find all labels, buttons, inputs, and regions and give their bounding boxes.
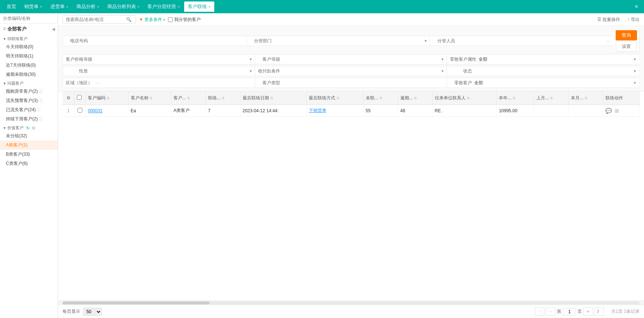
my-customers-checkbox[interactable] [168, 17, 173, 22]
sort-code-icon[interactable]: ⇅ [107, 96, 110, 100]
settings-icon[interactable]: ⚙ [32, 126, 36, 131]
batch-ops-btn[interactable]: ☰ 批量操作 [597, 17, 620, 23]
sort-name-icon[interactable]: ⇅ [150, 96, 153, 100]
retail-attr-select[interactable]: 全部 ▾ [479, 56, 636, 63]
tab-customer-tier[interactable]: 客户分层经营 × [144, 1, 183, 12]
th-last-month: 上月... ⇅ [534, 91, 569, 105]
sort-type-icon[interactable]: ⇅ [187, 96, 190, 100]
sidebar-item-declining[interactable]: 持续下滑客户(2) ⓘ [0, 114, 58, 124]
filter-bar: 🔍 ▼ 更多条件 ▾ 我分管的客户 ☰ 批量操作 ↑ 导出 [58, 13, 644, 26]
sidebar-item-churned[interactable]: 已流失客户(24) ⓘ [0, 105, 58, 114]
sidebar-item-class-b[interactable]: B类客户(33) [0, 150, 58, 159]
topbar: 首页 销货单 × 进货单 × 商品分析 × 商品分析列表 × 客户分层经营 × … [0, 0, 644, 13]
sidebar-item-overdue-pending[interactable]: 逾期未联络(30) [0, 70, 58, 79]
table-row: 1 000031 Ea A类客户 [62, 105, 640, 117]
sort-contact-icon[interactable]: ⇅ [222, 96, 225, 100]
region-select[interactable]: ··· [94, 80, 252, 86]
td-not-contacted: 55 [363, 105, 398, 117]
first-page-btn[interactable]: 《 [535, 307, 544, 316]
chat-action-icon[interactable]: 💬 [605, 108, 612, 114]
page-number-input[interactable] [563, 308, 576, 315]
price-grade-select[interactable]: ▾ [94, 57, 252, 62]
td-contact-count: 7 [205, 105, 240, 117]
sidebar-group-value[interactable]: ▼ 价值客户 ↻ ⚙ [0, 124, 58, 131]
more-conditions-btn[interactable]: ▼ 更多条件 ▾ [139, 17, 165, 23]
th-contact-person: 往来单位联系人 ⇅ [432, 91, 497, 105]
sort-method-icon[interactable]: ⇅ [336, 96, 339, 100]
sidebar-collapse-icon[interactable]: ◀ [52, 27, 55, 32]
region-dots-btn[interactable]: ··· [96, 80, 100, 86]
th-last-contact-date: 最后联络日期 ⇅ [240, 91, 306, 105]
select-all-checkbox[interactable] [77, 95, 82, 100]
adv-filter-retail-attr: 零散客户属性 全部 ▾ [447, 54, 639, 64]
sidebar-group-pending[interactable]: ▼ 待联络客户 [0, 35, 58, 42]
tab-home[interactable]: 首页 [3, 1, 20, 12]
close-tab-customer-tier[interactable]: × [178, 5, 180, 9]
setting-btn[interactable]: 设置 [616, 42, 637, 52]
sidebar-all-customers[interactable]: ⠿ 全部客户 ◀ [0, 24, 58, 35]
sort-this-month-icon[interactable]: ⇅ [584, 96, 587, 100]
column-settings-icon[interactable]: ⚙ [65, 94, 72, 102]
close-tab-sales[interactable]: × [40, 5, 42, 9]
sort-this-year-icon[interactable]: ⇅ [512, 96, 515, 100]
query-btn[interactable]: 查询 [616, 30, 637, 40]
close-tab-product-analysis[interactable]: × [97, 5, 99, 9]
qr-action-icon[interactable]: ⊞ [615, 108, 619, 114]
sidebar-search-input[interactable] [3, 16, 58, 21]
scrollbar-thumb[interactable] [62, 301, 210, 304]
page-size-select[interactable]: 50 100 200 [83, 308, 102, 316]
sidebar-item-churn-warning[interactable]: 流失预警客户(3) ⓘ [0, 96, 58, 105]
tab-product-analysis-list[interactable]: 商品分析列表 × [104, 1, 143, 12]
filter-search-icon[interactable]: 🔍 [126, 17, 132, 22]
td-checkbox [75, 105, 86, 117]
contact-method-link[interactable]: 下销货单 [309, 108, 326, 113]
pagination: 《 ＜ 第 页 ＞ 》 [535, 307, 604, 316]
next-page-btn[interactable]: ＞ [583, 307, 593, 316]
payment-select[interactable]: ▾ [282, 68, 444, 74]
sort-date-icon[interactable]: ⇅ [270, 96, 273, 100]
sidebar-item-unclassified[interactable]: 未分组(32) [0, 131, 58, 141]
close-tab-product-analysis-list[interactable]: × [137, 5, 140, 9]
person-input[interactable] [457, 38, 604, 43]
close-all-tabs[interactable]: × [632, 3, 641, 10]
sidebar-item-tomorrow-pending[interactable]: 明天待联络(1) [0, 52, 58, 61]
dept-select[interactable]: ▾ [274, 38, 427, 43]
close-tab-purchase[interactable]: × [66, 5, 68, 9]
status-select[interactable]: ▾ [474, 68, 636, 74]
filter-search-container: 🔍 [62, 15, 136, 24]
export-btn[interactable]: ↑ 导出 [627, 17, 640, 23]
tab-purchase[interactable]: 进货单 × [47, 1, 72, 12]
sidebar-item-abnormal-purchase[interactable]: 囤购异常客户(2) ⓘ [0, 87, 58, 96]
nature-select[interactable]: ▾ [90, 68, 252, 74]
last-page-btn[interactable]: 》 [594, 307, 604, 316]
adv-filter-region: 区域（地区） ··· [62, 78, 255, 88]
td-contact-person: RE . [432, 105, 497, 117]
sidebar-item-7days-pending[interactable]: 近7天待联络(0) [0, 61, 58, 70]
sidebar-item-class-a[interactable]: A类客户(1) [0, 141, 58, 150]
tab-sales[interactable]: 销货单 × [21, 1, 46, 12]
refresh-icon[interactable]: ↻ [26, 126, 30, 131]
sort-contact-person-icon[interactable]: ⇅ [467, 96, 470, 100]
row-checkbox[interactable] [78, 108, 82, 113]
customer-grade-select[interactable]: ▾ [282, 57, 444, 62]
my-customers-filter[interactable]: 我分管的客户 [168, 17, 201, 23]
sidebar-search-container: 🔍 [0, 13, 58, 24]
horizontal-scrollbar[interactable] [58, 300, 644, 305]
sidebar-group-problem[interactable]: ▼ 问题客户 [0, 79, 58, 87]
table-container: ⚙ 客户编码 ⇅ 客户名称 [58, 91, 644, 300]
person-dots-btn[interactable]: ··· [606, 38, 611, 44]
customer-code-link[interactable]: 000031 [88, 108, 103, 113]
tab-customer-contact[interactable]: 客户联络 × [184, 1, 214, 12]
sidebar-item-today-pending[interactable]: 今天待联络(0) [0, 42, 58, 52]
sort-last-month-icon[interactable]: ⇅ [550, 96, 553, 100]
status-dropdown-icon: ▾ [634, 68, 636, 74]
retail-select[interactable]: 全部 ▾ [474, 80, 636, 86]
filter-search-input[interactable] [66, 17, 125, 22]
tab-product-analysis[interactable]: 商品分析 × [73, 1, 103, 12]
prev-page-btn[interactable]: ＜ [546, 307, 555, 316]
sort-overdue-icon[interactable]: ⇅ [414, 96, 417, 100]
sidebar-item-class-c[interactable]: C类客户(6) [0, 159, 58, 168]
close-tab-customer-contact[interactable]: × [208, 5, 211, 9]
phone-input[interactable] [90, 38, 243, 43]
sort-not-contacted-icon[interactable]: ⇅ [379, 96, 382, 100]
